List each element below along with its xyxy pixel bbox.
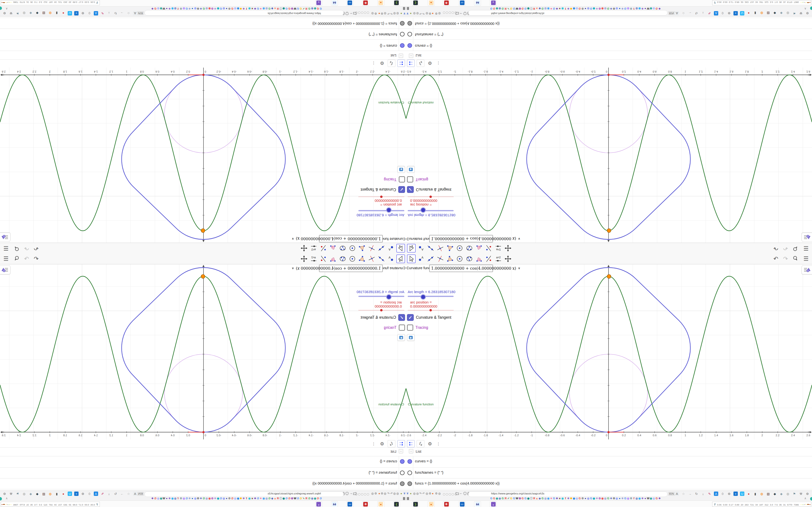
bookmark-favicon[interactable]: ◉ [561, 497, 564, 500]
extension-icon[interactable]: ⚙ [429, 12, 432, 15]
bookmark-favicon[interactable]: ■ [251, 7, 254, 10]
bookmark-favicon[interactable]: G [268, 7, 271, 10]
extension-icon[interactable]: ◍ [413, 492, 415, 495]
bookmark-favicon[interactable]: ✓ [507, 497, 510, 500]
bookmark-favicon[interactable]: ● [644, 7, 647, 10]
bookmark-favicon[interactable]: ◉ [547, 497, 550, 500]
bookmark-favicon[interactable]: ⚙ [629, 497, 632, 500]
bookmark-favicon[interactable]: G [219, 497, 222, 500]
arc-position-slider-knob[interactable] [380, 195, 383, 198]
algebra-row-curves[interactable]: curves = {} [0, 456, 406, 467]
arc-length-slider[interactable] [408, 210, 454, 211]
bookmark-favicon[interactable]: ◍ [544, 497, 547, 500]
bookmark-favicon[interactable]: ✿ [598, 7, 601, 10]
bookmark-favicon[interactable]: Я [305, 497, 308, 500]
bookmark-favicon[interactable]: ⚙ [197, 7, 200, 10]
undo-icon[interactable]: ↶ [773, 256, 778, 262]
play-button[interactable]: ▶ [397, 166, 405, 173]
bookmark-favicon[interactable]: ✿ [291, 497, 294, 500]
extension-icon[interactable]: ◍ [397, 12, 399, 15]
bookmark-favicon[interactable]: ◍ [183, 7, 185, 10]
bookmark-favicon[interactable]: f [632, 7, 636, 10]
input-help-fx-icon[interactable]: fx [388, 60, 395, 67]
browser-extension-icon[interactable]: U [740, 11, 744, 15]
bookmark-favicon[interactable]: G [513, 7, 515, 10]
browser-extension-icon[interactable]: ↓ [107, 11, 111, 15]
algebra-sort-icon[interactable] [397, 60, 405, 67]
bookmark-favicon[interactable]: ◍ [604, 497, 607, 500]
bookmark-favicon[interactable]: ◉ [601, 7, 604, 10]
bookmark-favicon[interactable]: ◍ [157, 497, 159, 500]
bookmark-favicon[interactable]: ◍ [627, 7, 629, 10]
bookmark-favicon[interactable]: G [607, 7, 610, 10]
list-group-header[interactable]: − List [391, 449, 403, 453]
browser-extension-icon[interactable]: ◆ [773, 492, 777, 496]
bookmark-favicon[interactable]: W [647, 7, 650, 10]
play-button[interactable]: ▶ [407, 334, 415, 341]
extension-icon[interactable]: ◍ [371, 492, 374, 495]
arc-position-slider[interactable] [358, 196, 404, 197]
back-arrow-icon[interactable]: ← [349, 491, 353, 495]
browser-extension-icon[interactable]: ▧ [766, 11, 770, 15]
extension-icon[interactable]: ⚙ [380, 492, 383, 495]
bookmark-favicon[interactable]: G [553, 7, 556, 10]
bookmark-favicon[interactable]: ◍ [222, 497, 225, 500]
bookmark-favicon[interactable]: G [541, 7, 544, 10]
browser-extension-icon[interactable]: A [94, 492, 98, 496]
arc-length-slider[interactable] [408, 296, 454, 297]
browser-extension-icon[interactable]: → [120, 11, 124, 15]
extension-icon[interactable]: ● [432, 492, 434, 495]
curvature-point[interactable] [607, 229, 611, 232]
tool-circle-button[interactable] [455, 244, 464, 252]
extension-icon[interactable]: ¥ [407, 12, 408, 15]
bookmark-favicon[interactable]: ⚙ [612, 7, 615, 10]
visibility-toggle-curves[interactable] [407, 459, 412, 464]
extension-icon[interactable]: ↷ [419, 492, 422, 495]
tool-polygon-button[interactable] [446, 255, 454, 263]
browser-extension-icon[interactable]: ◍ [785, 11, 790, 15]
account-avatar[interactable] [0, 497, 2, 501]
shield-icon[interactable] [463, 12, 466, 15]
bookmark-favicon[interactable]: ◉ [638, 7, 641, 10]
arc-length-slider[interactable] [358, 296, 404, 297]
bookmark-favicon[interactable]: G [231, 497, 234, 500]
monitor-chevron-icon[interactable]: ▲▲ [714, 503, 716, 505]
bookmark-favicon[interactable]: ◍ [265, 7, 268, 10]
bookmark-favicon[interactable]: G [297, 497, 299, 500]
bookmark-favicon[interactable]: ◍ [194, 7, 197, 10]
bookmark-favicon[interactable]: ❖ [555, 497, 558, 500]
dropdown-arrow-icon[interactable]: ▼ [291, 267, 294, 270]
bookmark-favicon[interactable]: ◍ [636, 7, 638, 10]
extension-icon[interactable]: ◍ [438, 492, 441, 495]
more-options-icon[interactable]: ⋮ [372, 442, 375, 446]
extension-icon[interactable]: ⚙ [374, 492, 377, 495]
extension-icon[interactable]: ◍ [416, 492, 418, 495]
bookmark-favicon[interactable]: ● [165, 497, 168, 500]
algebra-row-curves[interactable]: curves = {} [406, 40, 812, 51]
browser-extension-icon[interactable]: → [688, 11, 692, 15]
search-icon[interactable] [13, 256, 19, 262]
bookmark-favicon[interactable]: ⚙ [180, 497, 183, 500]
bookmark-favicon[interactable]: G [185, 7, 188, 10]
tool-perpendicular-button[interactable] [367, 255, 376, 263]
browser-extension-icon[interactable]: A [675, 11, 679, 15]
bookmark-favicon[interactable]: G [490, 7, 493, 10]
bookmark-favicon[interactable]: Я [504, 7, 507, 10]
curvature-tangent-checkbox[interactable]: ✓ [407, 314, 414, 321]
extension-icon[interactable]: ◍ [384, 492, 387, 495]
bookmark-favicon[interactable]: G [319, 497, 322, 500]
arc-position-slider[interactable] [408, 310, 454, 311]
bookmark-favicon[interactable]: f [632, 497, 636, 500]
extension-icon[interactable]: ⚙ [380, 12, 383, 15]
extension-icon[interactable]: ◍ [397, 492, 399, 495]
bookmark-favicon[interactable]: ◉ [208, 7, 211, 10]
bookmark-favicon[interactable]: ◍ [627, 497, 629, 500]
tool-polygon-button[interactable] [358, 255, 366, 263]
bookmark-favicon[interactable]: G [513, 497, 515, 500]
browser-extension-icon[interactable]: ◆ [779, 11, 783, 15]
taskbar-launcher-icon[interactable]: ❯ [412, 0, 419, 6]
tracing-checkbox[interactable] [399, 325, 405, 331]
bookmark-favicon[interactable]: ❖ [610, 497, 613, 500]
taskbar-launcher-icon[interactable]: ᵥ [315, 501, 322, 507]
bookmark-favicon[interactable]: Я [504, 497, 507, 500]
